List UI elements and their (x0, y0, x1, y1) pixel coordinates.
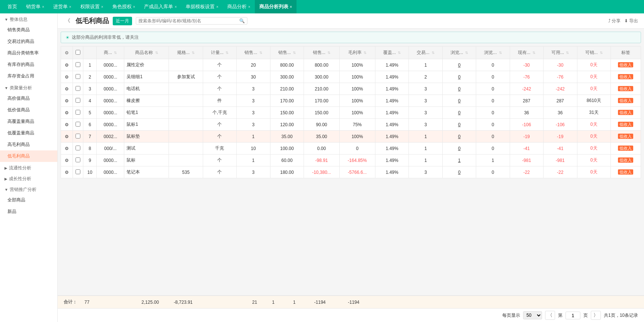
close-permissions-icon[interactable]: × (101, 5, 103, 9)
checkbox-cell[interactable] (73, 143, 83, 154)
settings-cell[interactable]: ⚙ (61, 83, 73, 95)
sidebar-item-all-products[interactable]: 全部商品 (0, 194, 57, 206)
sidebar-item-high-coverage[interactable]: 高覆盖量商品 (0, 116, 57, 127)
prev-page-button[interactable]: 〈 (545, 311, 555, 320)
sales-count-col-header[interactable]: 销售... ⇅ (237, 47, 270, 59)
row-checkbox[interactable] (76, 157, 80, 162)
checkbox-cell[interactable] (73, 83, 83, 95)
browse1-cell[interactable]: 0 (442, 83, 476, 95)
nav-permissions[interactable]: 权限设置 × (76, 0, 108, 13)
row-checkbox[interactable] (76, 134, 80, 138)
checkbox-cell[interactable] (73, 131, 83, 143)
per-page-select[interactable]: 50 100 200 (523, 311, 542, 319)
settings-cell[interactable]: ⚙ (61, 119, 73, 131)
browse1-cell[interactable]: 0 (442, 71, 476, 83)
settings-cell[interactable]: ⚙ (61, 131, 73, 143)
sidebar-item-new-products[interactable]: 新品 (0, 206, 57, 217)
close-product-analysis-icon[interactable]: × (248, 5, 250, 9)
settings-col-header[interactable]: ⚙ (61, 47, 73, 59)
sidebar-group-overall[interactable]: ▼ 整体信息 (0, 13, 57, 24)
close-product-analysis-list-icon[interactable]: × (290, 5, 292, 9)
page-input[interactable] (565, 312, 580, 319)
sidebar-item-low-coverage[interactable]: 低覆盖量商品 (0, 127, 57, 139)
settings-cell[interactable]: ⚙ (61, 107, 73, 119)
row-checkbox[interactable] (76, 169, 80, 174)
checkbox-cell[interactable] (73, 95, 83, 107)
settings-cell[interactable]: ⚙ (61, 143, 73, 154)
sidebar-group-liquidity[interactable]: ▶ 流通性分析 (0, 162, 57, 173)
checkbox-cell[interactable] (73, 59, 83, 71)
share-button[interactable]: ⤴ 分享 (608, 18, 621, 24)
browse1-cell[interactable]: 0 (442, 59, 476, 71)
coverage-col-header[interactable]: 覆盖... ⇅ (375, 47, 408, 59)
close-finished-goods-icon[interactable]: × (174, 5, 177, 9)
sales-amount-col-header[interactable]: 销售... ⇅ (270, 47, 304, 59)
date-filter-button[interactable]: 近一月 (113, 17, 132, 25)
sidebar-item-high-margin[interactable]: 高毛利商品 (0, 139, 57, 150)
row-checkbox[interactable] (76, 98, 80, 103)
row-checkbox[interactable] (76, 110, 80, 115)
transaction-col-header[interactable]: 交易... ⇅ (409, 47, 442, 59)
settings-cell[interactable]: ⚙ (61, 71, 73, 83)
row-checkbox[interactable] (76, 122, 80, 127)
close-purchase-order-icon[interactable]: × (69, 5, 71, 9)
row-checkbox[interactable] (76, 146, 80, 150)
sidebar-group-marketing[interactable]: ▼ 营销推广分析 (0, 184, 57, 194)
nav-product-analysis[interactable]: 商品分析 × (223, 0, 255, 13)
browse1-cell[interactable]: 0 (442, 143, 476, 154)
row-checkbox[interactable] (76, 86, 80, 91)
code-col-header[interactable]: 商... ⇅ (97, 47, 124, 59)
checkbox-cell[interactable] (73, 166, 83, 178)
saleable-col-header[interactable]: 可销... ⇅ (577, 47, 611, 59)
checkbox-cell[interactable] (73, 107, 83, 119)
nav-sales-order[interactable]: 销货单 × (22, 0, 49, 13)
browse1-cell[interactable]: 1 (442, 154, 476, 166)
gross-margin-col-header[interactable]: 毛利率 ⇅ (339, 47, 375, 59)
sidebar-group-growth[interactable]: ▶ 成长性分析 (0, 173, 57, 184)
nav-product-analysis-list[interactable]: 商品分析列表 × (255, 0, 297, 13)
collapse-sidebar-button[interactable]: 《 (64, 17, 72, 24)
checkbox-cell[interactable] (73, 154, 83, 166)
nav-template-settings[interactable]: 单据模板设置 × (181, 0, 223, 13)
search-icon[interactable]: 🔍 (239, 18, 245, 23)
current-stock-col-header[interactable]: 现有... ⇅ (510, 47, 543, 59)
settings-cell[interactable]: ⚙ (61, 59, 73, 71)
checkbox-cell[interactable] (73, 119, 83, 131)
sidebar-item-low-margin[interactable]: 低毛利商品 (0, 150, 57, 162)
close-sales-order-icon[interactable]: × (42, 5, 44, 9)
sidebar-item-low-value[interactable]: 低价值商品 (0, 104, 57, 116)
settings-cell[interactable]: ⚙ (61, 95, 73, 107)
unit-col-header[interactable]: 计量... ⇅ (203, 47, 236, 59)
sidebar-item-sales-products[interactable]: 销售类商品 (0, 24, 57, 36)
browse1-cell[interactable]: 0 (442, 119, 476, 131)
sales-profit-col-header[interactable]: 销售... ⇅ (304, 47, 339, 59)
close-template-settings-icon[interactable]: × (216, 5, 218, 9)
browse2-col-header[interactable]: 浏览... ⇅ (476, 47, 510, 59)
select-all-checkbox[interactable] (76, 50, 80, 55)
export-button[interactable]: ⬇ 导出 (624, 18, 638, 24)
sidebar-item-capital[interactable]: 库存资金占用 (0, 70, 57, 82)
sidebar-group-cluster[interactable]: ▼ 类聚量分析 (0, 82, 57, 93)
settings-cell[interactable]: ⚙ (61, 166, 73, 178)
next-page-button[interactable]: 〉 (591, 311, 601, 320)
browse1-cell[interactable]: 0 (442, 107, 476, 119)
nav-purchase-order[interactable]: 进货单 × (49, 0, 76, 13)
nav-finished-goods[interactable]: 产成品入库单 × (140, 0, 181, 13)
settings-cell[interactable]: ⚙ (61, 154, 73, 166)
checkbox-cell[interactable] (73, 71, 83, 83)
sidebar-item-stocked[interactable]: 有库存的商品 (0, 59, 57, 70)
nav-role-auth[interactable]: 角色授权 × (108, 0, 140, 13)
available-col-header[interactable]: 可用... ⇅ (544, 47, 577, 59)
close-role-auth-icon[interactable]: × (133, 5, 135, 9)
sidebar-item-category-rate[interactable]: 商品分类销售率 (0, 47, 57, 59)
checkbox-col-header[interactable] (73, 47, 83, 59)
nav-home[interactable]: 首页 (3, 0, 22, 13)
browse1-cell[interactable]: 0 (442, 131, 476, 143)
browse1-cell[interactable]: 0 (442, 166, 476, 178)
row-checkbox[interactable] (76, 74, 80, 79)
search-input[interactable] (138, 18, 239, 23)
sidebar-item-traded[interactable]: 交易过的商品 (0, 36, 57, 47)
browse1-col-header[interactable]: 浏览... ⇅ (442, 47, 476, 59)
sidebar-item-high-value[interactable]: 高价值商品 (0, 93, 57, 104)
spec-col-header[interactable]: 规格... ⇅ (169, 47, 203, 59)
